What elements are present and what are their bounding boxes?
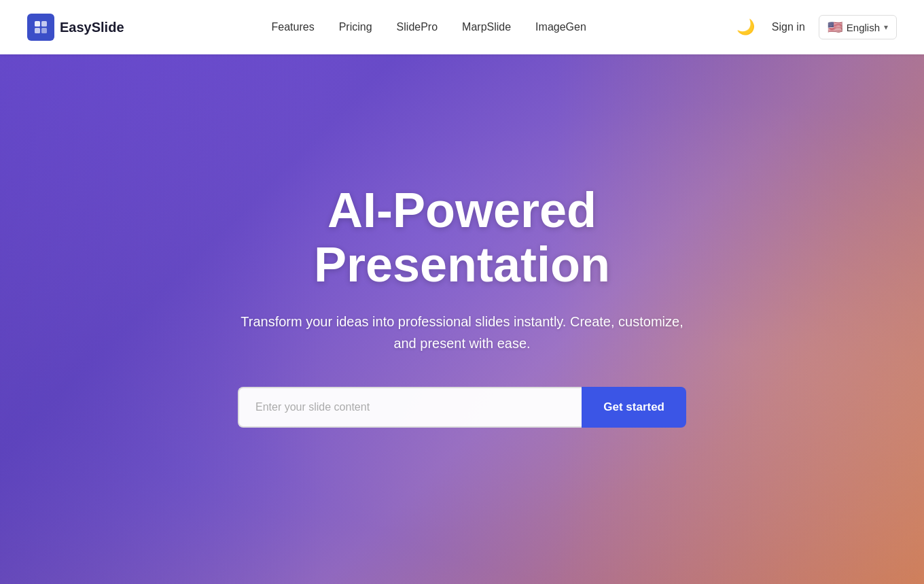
nav-slidepro[interactable]: SlidePro (397, 21, 438, 33)
hero-content: AI-Powered Presentation Transform your i… (217, 184, 707, 427)
logo-icon (27, 14, 54, 41)
svg-rect-2 (35, 28, 40, 33)
get-started-button[interactable]: Get started (582, 387, 686, 428)
svg-rect-1 (41, 21, 47, 27)
sign-in-link[interactable]: Sign in (772, 21, 805, 33)
navbar-logo-area: EasySlide (27, 14, 124, 41)
logo-text: EasySlide (60, 20, 124, 35)
nav-marpslide[interactable]: MarpSlide (462, 21, 511, 33)
hero-title-line2: Presentation (314, 237, 610, 292)
hero-title: AI-Powered Presentation (231, 184, 693, 291)
nav-features[interactable]: Features (272, 21, 315, 33)
nav-pricing[interactable]: Pricing (339, 21, 372, 33)
hero-section: AI-Powered Presentation Transform your i… (0, 0, 924, 584)
hero-subtitle: Transform your ideas into professional s… (231, 311, 693, 354)
navbar: EasySlide Features Pricing SlidePro Marp… (0, 0, 924, 54)
language-flag: 🇺🇸 (828, 20, 842, 35)
language-label: English (847, 22, 880, 33)
slide-content-input[interactable] (238, 387, 582, 428)
navbar-right-actions: 🌙 Sign in 🇺🇸 English ▾ (734, 15, 897, 39)
dark-mode-button[interactable]: 🌙 (734, 15, 758, 39)
hero-title-line1: AI-Powered (327, 183, 597, 237)
chevron-down-icon: ▾ (884, 22, 888, 32)
hero-cta-area: Get started (238, 387, 686, 428)
svg-rect-0 (35, 21, 40, 27)
svg-rect-3 (41, 28, 47, 33)
nav-imagegen[interactable]: ImageGen (535, 21, 586, 33)
language-selector[interactable]: 🇺🇸 English ▾ (819, 15, 897, 39)
navbar-links: Features Pricing SlidePro MarpSlide Imag… (272, 21, 586, 33)
